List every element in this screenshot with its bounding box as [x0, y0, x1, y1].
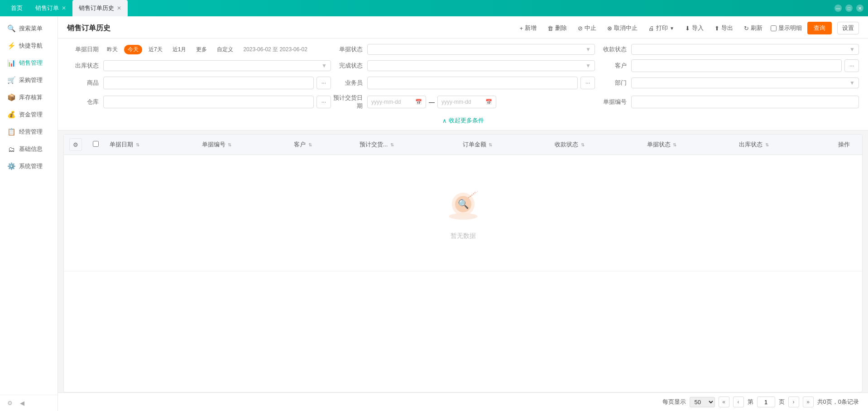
- sidebar-item-base-info[interactable]: 🗂 基础信息: [0, 140, 58, 158]
- date-tab-custom[interactable]: 自定义: [213, 45, 237, 54]
- sidebar-item-purchase-mgmt[interactable]: 🛒 采购管理: [0, 72, 58, 89]
- col-order-amount: 订单金额 ⇅: [457, 135, 550, 155]
- expected-date-label: 预计交货日期: [331, 94, 367, 110]
- warehouse-input[interactable]: [103, 96, 314, 108]
- per-page-select[interactable]: 50 10 20 100: [690, 397, 715, 407]
- cancel-stop-button[interactable]: ⊗ 取消中止: [604, 22, 640, 34]
- prev-page-btn[interactable]: ‹: [733, 396, 744, 407]
- out-status-select[interactable]: ▼: [103, 60, 331, 71]
- filter-collapse-btn[interactable]: ∧ 收起更多条件: [67, 115, 859, 125]
- complete-status-select[interactable]: ▼: [367, 60, 595, 71]
- sort-docstatus-icon[interactable]: ⇅: [673, 142, 676, 147]
- print-button[interactable]: 🖨 打印 ▼: [646, 22, 677, 34]
- receipt-status-arrow-icon: ▼: [849, 46, 855, 53]
- date-tab-1month[interactable]: 近1月: [169, 45, 190, 54]
- goods-input[interactable]: [103, 77, 314, 89]
- col-doc-status: 单据状态 ⇅: [642, 135, 734, 155]
- window-maximize[interactable]: □: [845, 5, 853, 12]
- date-label: 单据日期: [67, 45, 103, 53]
- doc-number-input[interactable]: [631, 96, 859, 108]
- customer-input[interactable]: [631, 59, 842, 72]
- cancel-stop-icon: ⊗: [607, 25, 612, 32]
- out-status-arrow-icon: ▼: [321, 63, 327, 69]
- receipt-status-select[interactable]: ▼: [631, 44, 859, 55]
- salesperson-input[interactable]: [367, 77, 578, 89]
- settings-button[interactable]: 设置: [837, 22, 859, 34]
- doc-status-select[interactable]: ▼: [367, 44, 595, 55]
- page-word: 第: [748, 398, 753, 406]
- quick-nav-icon: ⚡: [7, 42, 15, 50]
- sidebar-item-ops[interactable]: 📋 经营管理: [0, 123, 58, 140]
- sort-docno-icon[interactable]: ⇅: [228, 142, 231, 147]
- date-tab-yesterday[interactable]: 昨天: [103, 45, 121, 54]
- expected-date-group: yyyy-mm-dd 📅 — yyyy-mm-dd 📅: [367, 96, 496, 108]
- refresh-button[interactable]: ↻ 刷新: [741, 22, 765, 34]
- col-doc-no: 单据编号 ⇅: [197, 135, 289, 155]
- goods-ellipsis-btn[interactable]: ···: [317, 77, 331, 89]
- complete-status-label: 完成状态: [331, 62, 367, 70]
- table-settings-col: ⚙: [64, 135, 87, 155]
- sort-customer-icon[interactable]: ⇅: [308, 142, 312, 147]
- date-tab-today[interactable]: 今天: [124, 45, 142, 54]
- sidebar-item-sales-mgmt[interactable]: 📊 销售管理: [0, 54, 58, 72]
- sort-receipt-icon[interactable]: ⇅: [581, 142, 585, 147]
- next-page-btn[interactable]: ›: [788, 396, 799, 407]
- warehouse-ellipsis-btn[interactable]: ···: [317, 96, 331, 108]
- table-settings-btn[interactable]: ⚙: [69, 138, 82, 151]
- first-page-btn[interactable]: «: [719, 396, 729, 407]
- sort-amount-icon[interactable]: ⇅: [489, 142, 492, 147]
- sidebar-item-fund[interactable]: 💰 资金管理: [0, 106, 58, 123]
- tab-sales-order-close[interactable]: ✕: [62, 5, 66, 11]
- filter-row-3: 商品 ··· 业务员 ··· 部门: [67, 77, 859, 89]
- show-detail-input[interactable]: [771, 25, 777, 31]
- salesperson-ellipsis-btn[interactable]: ···: [580, 77, 595, 89]
- sort-date-icon[interactable]: ⇅: [136, 142, 139, 147]
- filter-row-2: 出库状态 ▼ 完成状态 ▼ 客户: [67, 59, 859, 72]
- receipt-status-label: 收款状态: [595, 45, 631, 53]
- new-button[interactable]: + + 新增 新增: [517, 22, 540, 34]
- date-tab-7days[interactable]: 近7天: [145, 45, 166, 54]
- sort-out-icon[interactable]: ⇅: [765, 142, 769, 147]
- cal-end-icon: 📅: [485, 99, 492, 105]
- page-label: 页: [779, 398, 785, 406]
- export-button[interactable]: ⬆ 导出: [712, 22, 736, 34]
- empty-state: 🔍 暂无数据: [69, 159, 857, 267]
- show-detail-checkbox[interactable]: 显示明细: [771, 24, 802, 32]
- window-minimize[interactable]: —: [834, 5, 842, 12]
- sidebar-item-search-menu[interactable]: 🔍 搜索菜单: [0, 20, 58, 37]
- sidebar-item-inventory[interactable]: 📦 库存核算: [0, 89, 58, 106]
- sidebar-item-quick-nav[interactable]: ⚡ 快捷导航: [0, 37, 58, 54]
- date-range-display: 2023-06-02 至 2023-06-02: [243, 46, 307, 53]
- tab-sales-order-history[interactable]: 销售订单历史 ✕: [72, 0, 128, 16]
- sidebar-item-sys-mgmt[interactable]: ⚙️ 系统管理: [0, 158, 58, 175]
- tab-home[interactable]: 销售订单历史 首页: [5, 0, 29, 16]
- select-all-checkbox[interactable]: [93, 141, 99, 147]
- import-button[interactable]: ⬇ 导入: [682, 22, 706, 34]
- tab-sales-order-history-close[interactable]: ✕: [117, 5, 121, 11]
- new-icon: +: [520, 25, 523, 32]
- query-button[interactable]: 查询: [807, 22, 832, 34]
- sidebar-collapse-icon[interactable]: ◀: [20, 400, 24, 406]
- main-layout: 🔍 搜索菜单 ⚡ 快捷导航 📊 销售管理 🛒 采购管理 📦 库存核算 💰 资金管…: [0, 16, 868, 411]
- pagination-bar: 每页显示 50 10 20 100 « ‹ 第 页 › » 共0页，0条记录: [58, 392, 868, 411]
- tab-sales-order[interactable]: 销售订单 ✕: [29, 0, 72, 16]
- doc-number-label: 单据编号: [595, 98, 631, 106]
- page-header: 销售订单历史 + + 新增 新增 🗑 删除 ⊘ 中止 ⊗ 取消中止: [58, 16, 868, 39]
- stop-button[interactable]: ⊘ 中止: [575, 22, 599, 34]
- last-page-btn[interactable]: »: [803, 396, 814, 407]
- base-info-icon: 🗂: [7, 145, 15, 153]
- col-expected-date: 预计交货... ⇅: [354, 135, 457, 155]
- customer-ellipsis-btn[interactable]: ···: [844, 59, 859, 72]
- window-close[interactable]: ✕: [856, 5, 863, 12]
- sort-expected-icon[interactable]: ⇅: [390, 142, 394, 147]
- col-actions: 操作: [826, 135, 862, 155]
- prev-page-icon: ‹: [738, 399, 739, 405]
- sidebar-settings-icon[interactable]: ⚙: [7, 400, 13, 406]
- delete-button[interactable]: 🗑 删除: [545, 22, 570, 34]
- expected-date-start-input[interactable]: yyyy-mm-dd 📅: [367, 96, 426, 108]
- dept-select[interactable]: ▼: [631, 77, 859, 88]
- page-number-input[interactable]: [757, 396, 775, 407]
- expected-date-end-input[interactable]: yyyy-mm-dd 📅: [437, 96, 496, 108]
- table-body: 🔍 暂无数据: [64, 155, 862, 271]
- date-tab-more[interactable]: 更多: [192, 45, 211, 54]
